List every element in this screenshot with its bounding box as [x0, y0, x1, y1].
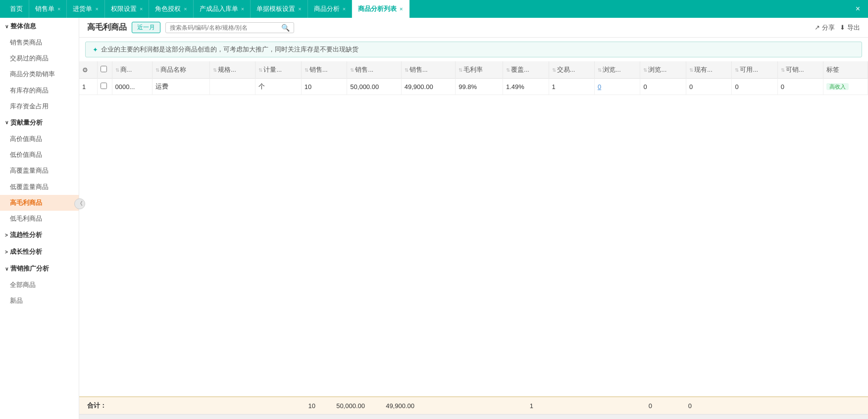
row-checkbox[interactable]	[97, 79, 112, 95]
nav-tab-close-6[interactable]: ×	[298, 6, 301, 12]
sidebar-group-arrow-0: ∨	[5, 24, 8, 29]
nav-tab-2[interactable]: 进货单 ×	[67, 0, 104, 18]
nav-tab-close-8[interactable]: ×	[400, 6, 403, 12]
browse-link[interactable]: 0	[598, 83, 601, 91]
select-all-checkbox[interactable]	[101, 66, 107, 72]
col-header-2[interactable]: ⇅商...	[112, 61, 153, 79]
nav-tab-3[interactable]: 权限设置 ×	[105, 0, 149, 18]
nav-tab-5[interactable]: 产成品入库单 ×	[194, 0, 251, 18]
sidebar-collapse-button[interactable]: 《	[74, 198, 85, 209]
sort-icon-16: ⇅	[781, 67, 785, 73]
nav-tab-close-2[interactable]: ×	[95, 6, 98, 12]
col-header-13[interactable]: ⇅浏览...	[640, 61, 686, 79]
row-select-checkbox[interactable]	[101, 83, 107, 89]
sidebar-item-1-5[interactable]: 低毛利商品	[0, 211, 79, 227]
sidebar-group-label-2: 流趋性分析	[10, 231, 42, 239]
footer-sales1: 10	[282, 402, 321, 410]
col-header-8[interactable]: ⇅销售...	[401, 61, 455, 79]
share-button[interactable]: ↗ 分享	[815, 23, 835, 32]
sidebar-item-4-0[interactable]: 全部商品	[0, 277, 79, 293]
sidebar-container: ∨整体信息销售类商品交易过的商品商品分类助销率有库存的商品库存资金占用∨贡献量分…	[0, 18, 79, 419]
col-header-10[interactable]: ⇅覆盖...	[503, 61, 549, 79]
sidebar-item-1-2[interactable]: 高覆盖量商品	[0, 163, 79, 179]
col-header-9[interactable]: ⇅毛利率	[456, 61, 503, 79]
nav-tab-0[interactable]: 首页	[4, 0, 29, 18]
row-tag[interactable]: 高收入	[823, 79, 868, 95]
nav-tab-7[interactable]: 商品分析 ×	[308, 0, 352, 18]
sidebar-group-4[interactable]: ∨营销推广分析	[0, 260, 79, 277]
col-header-16[interactable]: ⇅可销...	[777, 61, 823, 79]
col-header-12[interactable]: ⇅浏览...	[594, 61, 640, 79]
col-header-7[interactable]: ⇅销售...	[347, 61, 401, 79]
row-saleable: 0	[777, 79, 823, 95]
row-coverage: 1.49%	[503, 79, 549, 95]
table-wrapper[interactable]: ⚙⇅商...⇅商品名称⇅规格...⇅计量...⇅销售...⇅销售...⇅销售..…	[79, 61, 868, 396]
sidebar-item-1-3[interactable]: 低覆盖量商品	[0, 179, 79, 195]
sidebar-item-4-1[interactable]: 新品	[0, 293, 79, 309]
sidebar-item-1-1[interactable]: 低价值商品	[0, 147, 79, 163]
info-banner: ✦ 企业的主要的利润都是这部分商品创造的，可考虑加大推广，同时关注库存是不要出现…	[85, 42, 862, 57]
row-code: 0000...	[112, 79, 153, 95]
sort-icon-3: ⇅	[155, 67, 159, 73]
share-icon: ↗	[815, 24, 820, 31]
col-header-5[interactable]: ⇅计量...	[255, 61, 301, 79]
banner-text: 企业的主要的利润都是这部分商品创造的，可考虑加大推广，同时关注库存是不要出现缺货	[101, 45, 358, 54]
nav-tab-close-7[interactable]: ×	[343, 6, 346, 12]
sort-icon-11: ⇅	[552, 67, 556, 73]
sidebar-item-1-0[interactable]: 高价值商品	[0, 131, 79, 147]
row-trade: 1	[549, 79, 594, 95]
sort-icon-9: ⇅	[459, 67, 462, 73]
sidebar-group-0[interactable]: ∨整体信息	[0, 18, 79, 35]
sidebar-group-arrow-1: ∨	[5, 120, 8, 125]
sort-icon-2: ⇅	[115, 67, 119, 73]
col-header-15[interactable]: ⇅可用...	[732, 61, 777, 79]
search-input[interactable]	[170, 24, 281, 31]
nav-tab-close-3[interactable]: ×	[140, 6, 143, 12]
header-actions: ↗ 分享 ⬇ 导出	[815, 23, 860, 32]
sidebar-item-0-2[interactable]: 商品分类助销率	[0, 66, 79, 82]
row-browse2: 0	[640, 79, 686, 95]
settings-icon[interactable]: ⚙	[82, 66, 88, 74]
export-icon: ⬇	[840, 24, 845, 31]
bottom-scrollbar[interactable]	[79, 414, 868, 419]
col-header-11[interactable]: ⇅交易...	[549, 61, 594, 79]
col-header-14[interactable]: ⇅现有...	[686, 61, 731, 79]
nav-tab-close-1[interactable]: ×	[57, 6, 60, 12]
main-layout: ∨整体信息销售类商品交易过的商品商品分类助销率有库存的商品库存资金占用∨贡献量分…	[0, 18, 868, 419]
sidebar-item-0-4[interactable]: 库存资金占用	[0, 98, 79, 114]
col-header-4[interactable]: ⇅规格...	[209, 61, 255, 79]
share-label: 分享	[822, 23, 835, 32]
sidebar-group-3[interactable]: >成长性分析	[0, 243, 79, 260]
sidebar-item-0-0[interactable]: 销售类商品	[0, 35, 79, 50]
sort-icon-13: ⇅	[643, 67, 647, 73]
nav-tab-6[interactable]: 单据模板设置 ×	[251, 0, 307, 18]
row-browse1[interactable]: 0	[594, 79, 640, 95]
export-button[interactable]: ⬇ 导出	[840, 23, 860, 32]
footer-sales2: 50,000.00	[321, 402, 371, 410]
sidebar-item-0-1[interactable]: 交易过的商品	[0, 50, 79, 66]
time-filter-month-button[interactable]: 近一月	[132, 22, 160, 33]
sidebar-group-1[interactable]: ∨贡献量分析	[0, 114, 79, 131]
col-header-3[interactable]: ⇅商品名称	[153, 61, 210, 79]
footer-current: 0	[618, 402, 658, 410]
row-sales2: 50,000.00	[347, 79, 401, 95]
footer-values: 10 50,000.00 49,900.00 1 0 0	[116, 402, 860, 410]
footer-available: 0	[658, 402, 698, 410]
nav-tab-8[interactable]: 商品分析列表 ×	[352, 0, 409, 18]
search-box: 🔍	[165, 22, 294, 33]
nav-tab-4[interactable]: 角色授权 ×	[149, 0, 193, 18]
top-nav: 首页销售单 ×进货单 ×权限设置 ×角色授权 ×产成品入库单 ×单据模板设置 ×…	[0, 0, 868, 18]
nav-tab-1[interactable]: 销售单 ×	[29, 0, 67, 18]
export-label: 导出	[847, 23, 860, 32]
search-icon[interactable]: 🔍	[281, 24, 290, 32]
sidebar-group-2[interactable]: >流趋性分析	[0, 227, 79, 243]
nav-tab-close-4[interactable]: ×	[184, 6, 187, 12]
nav-tab-close-5[interactable]: ×	[241, 6, 244, 12]
sidebar-item-1-4[interactable]: 高毛利商品	[0, 195, 79, 211]
row-current: 0	[686, 79, 731, 95]
col-header-6[interactable]: ⇅销售...	[301, 61, 347, 79]
col-header-1	[97, 61, 112, 79]
close-all-button[interactable]: ×	[852, 4, 864, 13]
tag-badge: 高收入	[826, 83, 849, 90]
sidebar-item-0-3[interactable]: 有库存的商品	[0, 83, 79, 98]
